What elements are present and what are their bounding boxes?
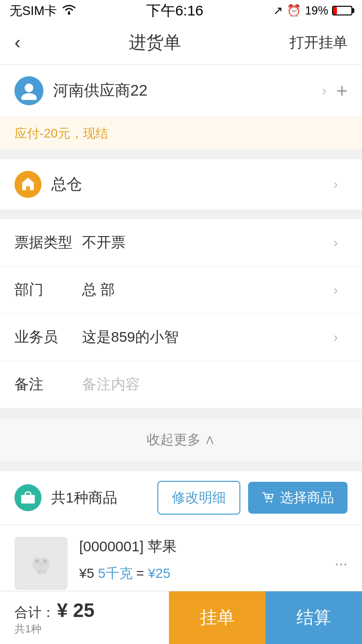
svg-point-14	[36, 560, 39, 563]
cart-icon	[262, 491, 275, 504]
form-value-invoice: 不开票	[82, 233, 334, 252]
bottom-bar: 合计： ¥ 25 共1种 挂单 结算	[0, 591, 362, 644]
supplier-card: 河南供应商22 › + 应付-20元，现结	[0, 65, 362, 150]
owl-icon: 督仓	[27, 549, 56, 578]
wifi-icon	[62, 3, 76, 18]
status-bar: 无SIM卡 下午6:16 ↗ ⏰ 19%	[0, 0, 362, 21]
product-unit-price: ¥5	[79, 566, 94, 581]
select-product-label: 选择商品	[280, 489, 334, 507]
svg-rect-6	[21, 495, 35, 504]
carrier-label: 无SIM卡	[10, 2, 57, 19]
product-quantity: 5千克	[98, 566, 133, 581]
form-label-remark: 备注	[14, 375, 82, 394]
supplier-notice: 应付-20元，现结	[0, 117, 362, 150]
hang-button[interactable]: 挂单	[169, 591, 265, 644]
product-total: ¥25	[148, 566, 170, 581]
page-title: 进货单	[129, 31, 181, 55]
form-card: 票据类型 不开票 › 部门 总 部 › 业务员 这是859的小智 › 备注 备注…	[0, 219, 362, 408]
svg-marker-4	[21, 178, 35, 183]
product-thumbnail: 督仓	[14, 537, 68, 590]
product-more-button[interactable]: ···	[334, 555, 348, 573]
department-chevron-icon: ›	[334, 282, 338, 298]
total-count: 共1种	[14, 622, 154, 636]
salesperson-chevron-icon: ›	[334, 330, 338, 345]
form-label-salesperson: 业务员	[14, 327, 82, 347]
invoice-chevron-icon: ›	[334, 235, 338, 251]
nav-bar: ‹ 进货单 打开挂单	[0, 21, 362, 65]
alarm-icon: ⏰	[287, 4, 301, 17]
svg-point-8	[270, 501, 272, 503]
svg-point-0	[68, 12, 70, 14]
form-row-invoice[interactable]: 票据类型 不开票 ›	[0, 219, 362, 266]
edit-detail-button[interactable]: 修改明细	[157, 481, 240, 515]
form-row-department[interactable]: 部门 总 部 ›	[0, 266, 362, 314]
main-content: 河南供应商22 › + 应付-20元，现结 总仓 › 票据类型 不开票 ›	[0, 65, 362, 644]
form-value-salesperson: 这是859的小智	[82, 327, 334, 347]
battery-icon	[332, 6, 352, 15]
select-product-button[interactable]: 选择商品	[248, 482, 348, 514]
svg-point-7	[266, 501, 268, 503]
supplier-add-button[interactable]: +	[336, 80, 348, 102]
total-amount: ¥ 25	[57, 600, 95, 621]
battery-percent: 19%	[305, 4, 328, 17]
product-name: [0000001] 苹果	[79, 537, 334, 557]
form-row-salesperson[interactable]: 业务员 这是859的小智 ›	[0, 314, 362, 361]
total-section: 合计： ¥ 25 共1种	[0, 591, 169, 644]
product-info: [0000001] 苹果 ¥5 5千克 = ¥25	[79, 537, 334, 583]
gps-icon: ↗	[273, 4, 283, 17]
total-label: 合计：	[14, 603, 55, 622]
form-label-department: 部门	[14, 280, 82, 300]
products-header: 共1种商品 修改明细 选择商品	[0, 471, 362, 524]
form-value-department: 总 部	[82, 280, 334, 300]
warehouse-chevron-icon: ›	[334, 177, 338, 192]
supplier-avatar	[14, 76, 43, 105]
svg-point-16	[39, 563, 43, 566]
products-icon	[14, 484, 42, 511]
equals-sign: =	[136, 566, 148, 581]
back-button[interactable]: ‹	[14, 32, 21, 53]
supplier-name: 河南供应商22	[53, 80, 322, 101]
svg-rect-5	[26, 186, 30, 190]
svg-point-2	[21, 93, 37, 100]
warehouse-card: 总仓 ›	[0, 159, 362, 210]
products-count: 共1种商品	[51, 488, 157, 508]
status-right: ↗ ⏰ 19%	[273, 4, 352, 17]
open-hang-button[interactable]: 打开挂单	[290, 33, 348, 53]
warehouse-label: 总仓	[51, 174, 334, 195]
svg-text:督仓: 督仓	[37, 570, 47, 575]
status-left: 无SIM卡	[10, 2, 76, 19]
form-row-remark[interactable]: 备注 备注内容	[0, 361, 362, 408]
status-time: 下午6:16	[146, 1, 203, 21]
form-value-remark[interactable]: 备注内容	[82, 375, 348, 394]
svg-point-1	[25, 84, 33, 92]
supplier-row[interactable]: 河南供应商22 › +	[0, 65, 362, 117]
warehouse-icon	[14, 171, 42, 198]
supplier-chevron-icon: ›	[322, 83, 326, 98]
svg-point-15	[43, 560, 46, 563]
form-label-invoice: 票据类型	[14, 233, 82, 252]
warehouse-row[interactable]: 总仓 ›	[0, 159, 362, 210]
collapse-more-button[interactable]: 收起更多 ∧	[0, 418, 362, 462]
checkout-button[interactable]: 结算	[265, 591, 362, 644]
product-item: 督仓 [0000001] 苹果 ¥5 5千克 = ¥25 ···	[0, 525, 362, 602]
product-price: ¥5 5千克 = ¥25	[79, 564, 334, 583]
